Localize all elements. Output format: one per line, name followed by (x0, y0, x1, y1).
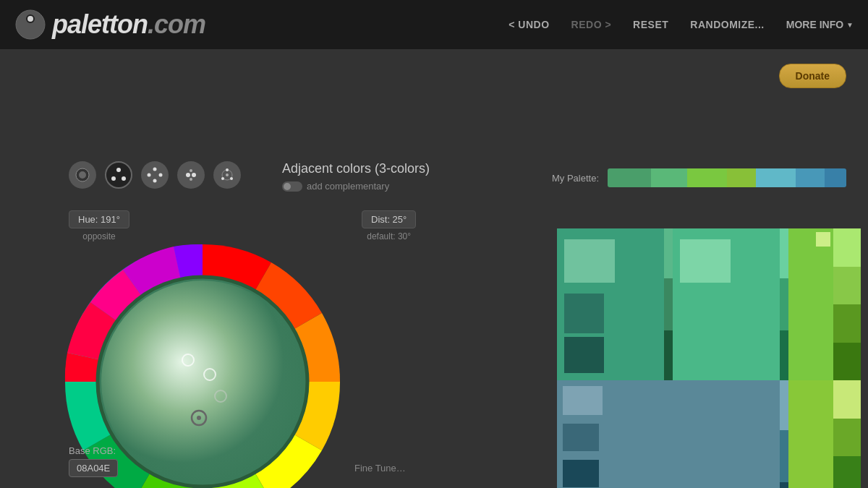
add-complementary-toggle[interactable]: add complementary (282, 181, 430, 192)
shade-11 (780, 380, 788, 430)
base-rgb: Base RGB: 08A04E (69, 445, 118, 477)
swatch-inner-3 (564, 337, 604, 373)
mode-title: Adjacent colors (3-colors) (282, 161, 430, 176)
svg-point-18 (221, 177, 224, 180)
shade-15 (833, 419, 861, 457)
svg-point-20 (226, 174, 229, 176)
swatch-inner-7 (563, 460, 599, 487)
svg-point-13 (192, 173, 196, 177)
logo-text: paletton.com (52, 9, 205, 40)
randomize-button[interactable]: RANDOMIZE... (690, 19, 764, 30)
svg-point-10 (153, 179, 157, 183)
shade-13 (780, 482, 788, 488)
logo: paletton.com (14, 9, 205, 40)
add-complementary-label: add complementary (307, 181, 389, 192)
svg-point-14 (190, 169, 192, 172)
swatch-small-1 (816, 232, 830, 247)
swatch-bottom-left[interactable] (557, 380, 788, 488)
swatches-grid (557, 228, 861, 488)
swatch-top-right[interactable] (788, 228, 861, 380)
palette-swatch-2[interactable] (651, 168, 687, 187)
swatch-inner-2 (564, 294, 604, 333)
shade-16 (833, 456, 861, 488)
palette-swatch-1[interactable] (608, 168, 651, 187)
svg-point-8 (153, 168, 157, 171)
svg-point-24 (101, 281, 304, 483)
svg-point-7 (122, 176, 126, 181)
svg-point-17 (226, 168, 229, 171)
palette-swatch-3[interactable] (687, 168, 727, 187)
svg-point-6 (111, 176, 116, 181)
mode-adjacent3-icon[interactable] (105, 161, 132, 189)
swatch-top-row (557, 228, 861, 380)
palette-label: My Palette: (552, 173, 599, 184)
swatch-inner-5 (563, 386, 603, 415)
svg-point-2 (27, 16, 33, 22)
svg-point-4 (79, 171, 86, 179)
shade-8 (833, 267, 861, 305)
reset-button[interactable]: RESET (633, 19, 668, 30)
mode-triad-icon[interactable] (213, 161, 241, 189)
swatch-inner-1 (564, 239, 615, 283)
svg-point-29 (197, 416, 201, 420)
svg-point-5 (116, 168, 121, 172)
shade-14 (833, 380, 861, 419)
svg-point-12 (186, 173, 190, 177)
swatch-inner-4 (680, 239, 731, 283)
dist-sub: default: 30° (362, 231, 416, 241)
dist-value[interactable]: Dist: 25° (362, 210, 416, 228)
mode-adjacent4-icon[interactable] (141, 161, 169, 189)
swatch-bottom-right[interactable] (788, 380, 861, 488)
hue-value[interactable]: Hue: 191° (69, 210, 129, 228)
logo-icon (14, 9, 46, 40)
palette-swatch-6[interactable] (796, 168, 825, 187)
mode-mono-icon[interactable] (69, 161, 96, 189)
mode-icons (69, 161, 241, 189)
redo-button[interactable]: REDO > (571, 19, 612, 30)
shade-12 (780, 430, 788, 481)
svg-point-9 (148, 174, 151, 177)
dist-control: Dist: 25° default: 30° (362, 210, 416, 241)
swatch-top-middle[interactable] (673, 228, 788, 380)
svg-point-15 (190, 178, 192, 181)
shade-2 (664, 278, 673, 330)
mode-complementary-icon[interactable] (177, 161, 205, 189)
undo-button[interactable]: < UNDO (509, 19, 549, 30)
shade-4 (780, 228, 788, 278)
complementary-toggle-switch[interactable] (282, 181, 302, 192)
shade-3 (664, 330, 673, 380)
palette-strip (608, 168, 846, 187)
shade-1 (664, 228, 673, 278)
swatch-bottom-row (557, 380, 861, 488)
chevron-down-icon: ▼ (846, 21, 854, 29)
more-info-button[interactable]: MORE INFO ▼ (786, 19, 854, 30)
donate-button[interactable]: Donate (779, 64, 846, 88)
base-rgb-label: Base RGB: (69, 445, 118, 456)
fine-tune-button[interactable]: Fine Tune… (354, 463, 406, 474)
svg-point-19 (230, 177, 233, 180)
shade-9 (833, 304, 861, 343)
swatch-inner-6 (563, 424, 599, 451)
swatch-top-left[interactable] (557, 228, 673, 380)
shade-5 (780, 278, 788, 330)
palette-swatch-4[interactable] (727, 168, 756, 187)
shade-7 (833, 228, 861, 267)
header: paletton.com < UNDO REDO > RESET RANDOMI… (0, 0, 868, 49)
palette-swatch-5[interactable] (756, 168, 796, 187)
my-palette: My Palette: (552, 168, 846, 187)
shade-10 (833, 343, 861, 381)
shade-6 (780, 330, 788, 380)
palette-swatch-7[interactable] (825, 168, 846, 187)
svg-point-11 (159, 174, 163, 177)
adjacent-label: Adjacent colors (3-colors) add complemen… (282, 161, 430, 192)
header-nav: < UNDO REDO > RESET RANDOMIZE... MORE IN… (509, 19, 854, 30)
base-rgb-value[interactable]: 08A04E (69, 459, 118, 477)
main-content: Donate (0, 49, 868, 488)
